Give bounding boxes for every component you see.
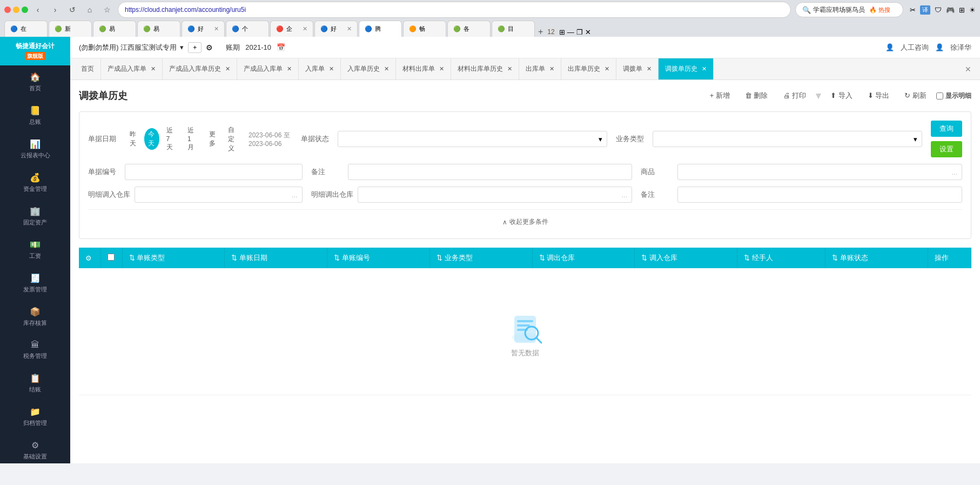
restore-icon[interactable]: ❐	[576, 28, 583, 36]
date-btn-custom[interactable]: 自定义	[223, 124, 244, 155]
tab-close-out-hist[interactable]: ✕	[605, 65, 609, 72]
tab-close-material-out-hist[interactable]: ✕	[507, 65, 512, 72]
minimize-window-btn[interactable]	[13, 6, 19, 13]
date-btn-yesterday[interactable]: 昨天	[125, 128, 142, 150]
browser-tab-10[interactable]: 🟠 畅	[403, 21, 446, 37]
home-btn[interactable]: ⌂	[83, 3, 96, 16]
tab-close-out-order[interactable]: ✕	[549, 65, 554, 72]
tab-close-in-hist[interactable]: ✕	[384, 65, 389, 72]
print-btn[interactable]: 🖨 打印	[778, 89, 812, 103]
sidebar-item-ledger[interactable]: 📒 总账	[0, 99, 70, 132]
sidebar-item-fund[interactable]: 💰 资金管理	[0, 166, 70, 200]
th-out-warehouse[interactable]: ⇅ 调出仓库	[532, 248, 635, 268]
settings-icon[interactable]: ⚙	[206, 43, 213, 52]
th-order-date[interactable]: ⇅ 单账日期	[225, 248, 327, 268]
brightness-icon[interactable]: ☀	[969, 6, 976, 14]
tab-out-hist[interactable]: 出库单历史 ✕	[561, 58, 616, 79]
tab-in-hist[interactable]: 入库单历史 ✕	[341, 58, 396, 79]
query-btn[interactable]: 查询	[931, 121, 962, 137]
tab-out-order[interactable]: 出库单 ✕	[519, 58, 561, 79]
tab-menu-icon[interactable]: ⊞	[559, 28, 565, 36]
sidebar-item-asset[interactable]: 🏢 固定资产	[0, 200, 70, 233]
sidebar-item-invoice[interactable]: 🧾 发票管理	[0, 267, 70, 300]
game-icon[interactable]: 🎮	[946, 6, 955, 14]
browser-tab-1[interactable]: 🔵 在	[4, 21, 48, 37]
minimize-icon[interactable]: —	[567, 28, 574, 36]
grid-icon[interactable]: ⊞	[959, 6, 965, 14]
th-gear[interactable]: ⚙	[79, 248, 100, 268]
date-btn-more[interactable]: 更多	[204, 128, 221, 150]
delete-btn[interactable]: 🗑 删除	[740, 89, 774, 103]
tab-home[interactable]: 首页	[75, 58, 101, 79]
close-window-btn[interactable]	[4, 6, 11, 13]
remark-input[interactable]	[348, 164, 633, 180]
maximize-window-btn[interactable]	[22, 6, 28, 13]
browser-tab-6[interactable]: 🔵 个	[226, 21, 269, 37]
close-icon[interactable]: ✕	[585, 28, 591, 36]
address-bar[interactable]: https://cloud.chanjet.com/accounting/uru…	[118, 2, 791, 18]
settings-btn[interactable]: 设置	[931, 141, 962, 157]
tab-in-order[interactable]: 入库单 ✕	[299, 58, 341, 79]
th-handler[interactable]: ⇅ 经手人	[737, 248, 825, 268]
browser-tab-9[interactable]: 🔵 腾	[359, 21, 402, 37]
display-detail-toggle[interactable]: 显示明细	[936, 91, 971, 101]
browser-tab-7[interactable]: 🔴 企 ✕	[270, 21, 313, 37]
remark2-input[interactable]	[677, 187, 962, 203]
sidebar-item-archive[interactable]: 📁 归档管理	[0, 400, 70, 434]
tab-close-in-order[interactable]: ✕	[329, 65, 334, 72]
tab-close-all[interactable]: ✕	[961, 63, 976, 76]
new-btn[interactable]: + 新增	[704, 89, 735, 103]
bookmark-btn[interactable]: ☆	[100, 3, 113, 16]
refresh-btn[interactable]: ↻ 刷新	[899, 89, 932, 103]
tab-close-transfer[interactable]: ✕	[647, 65, 652, 72]
forward-btn[interactable]: ›	[49, 3, 62, 16]
tab-product-in[interactable]: 产成品入库单 ✕	[101, 58, 163, 79]
collapse-btn[interactable]: ∧ 收起更多条件	[499, 214, 552, 230]
tab-transfer[interactable]: 调拨单 ✕	[616, 58, 659, 79]
sidebar-item-tax[interactable]: 🏛 税务管理	[0, 334, 70, 367]
back-btn[interactable]: ‹	[31, 3, 44, 16]
sidebar-item-home[interactable]: 🏠 首页	[0, 65, 70, 99]
date-btn-1month[interactable]: 近1月	[183, 124, 202, 154]
export-btn[interactable]: ⬇ 导出	[862, 89, 895, 103]
status-filter-select[interactable]: ▾	[338, 131, 607, 147]
service-label[interactable]: 人工咨询	[901, 43, 929, 52]
browser-tab-12[interactable]: 🟢 目	[492, 21, 535, 37]
tab-count-badge[interactable]: 12	[545, 28, 556, 36]
sidebar-item-salary[interactable]: 💵 工资	[0, 233, 70, 267]
add-tab-btn[interactable]: +	[538, 27, 543, 37]
search-box[interactable]: 🔍 学霸应聘场驱鸟员 🔥 热搜	[795, 2, 903, 17]
tab-close-product-in[interactable]: ✕	[151, 65, 156, 72]
print-dropdown-icon[interactable]: ▾	[816, 90, 821, 102]
browser-tab-2[interactable]: 🟢 新	[49, 21, 92, 37]
tab-close-product-in-hist[interactable]: ✕	[225, 65, 230, 72]
browser-tab-4[interactable]: 🟢 易	[137, 21, 180, 37]
sidebar-item-basic[interactable]: ⚙ 基础设置	[0, 434, 70, 463]
date-btn-today[interactable]: 今天	[144, 128, 159, 150]
tab-transfer-hist[interactable]: 调拨单历史 ✕	[659, 58, 714, 79]
company-selector[interactable]: (勿删勿禁用) 江西服宝测试专用 ▾	[79, 43, 184, 52]
biz-type-filter-select[interactable]: ▾	[653, 131, 922, 147]
browser-tab-8[interactable]: 🔵 好 ✕	[314, 21, 358, 37]
goods-selector[interactable]: ...	[677, 164, 962, 180]
period-selector[interactable]: 账期 2021-10 📅	[226, 43, 285, 52]
tab-material-out[interactable]: 材料出库单 ✕	[396, 58, 451, 79]
th-order-type[interactable]: ⇅ 单账类型	[122, 248, 225, 268]
browser-tab-3[interactable]: 🟢 易	[93, 21, 136, 37]
refresh-btn[interactable]: ↺	[66, 3, 79, 16]
scissors-icon[interactable]: ✂	[910, 6, 916, 14]
th-order-no[interactable]: ⇅ 单账编号	[327, 248, 430, 268]
th-biz-type[interactable]: ⇅ 业务类型	[429, 248, 532, 268]
order-no-input[interactable]	[125, 164, 303, 180]
tab-close-product-in2[interactable]: ✕	[287, 65, 292, 72]
browser-tab-5[interactable]: 🔵 好 ✕	[182, 21, 225, 37]
translate-icon[interactable]: 译	[920, 5, 930, 15]
browser-tab-11[interactable]: 🟢 各	[447, 21, 491, 37]
shield-icon[interactable]: 🛡	[935, 6, 942, 14]
th-order-status[interactable]: ⇅ 单账状态	[825, 248, 928, 268]
sidebar-item-report[interactable]: 📊 云报表中心	[0, 132, 70, 166]
detail-in-selector[interactable]: ...	[135, 187, 303, 203]
select-all-checkbox[interactable]	[108, 254, 115, 261]
date-btn-7days[interactable]: 近7天	[162, 124, 181, 154]
tab-product-in2[interactable]: 产成品入库单 ✕	[237, 58, 299, 79]
